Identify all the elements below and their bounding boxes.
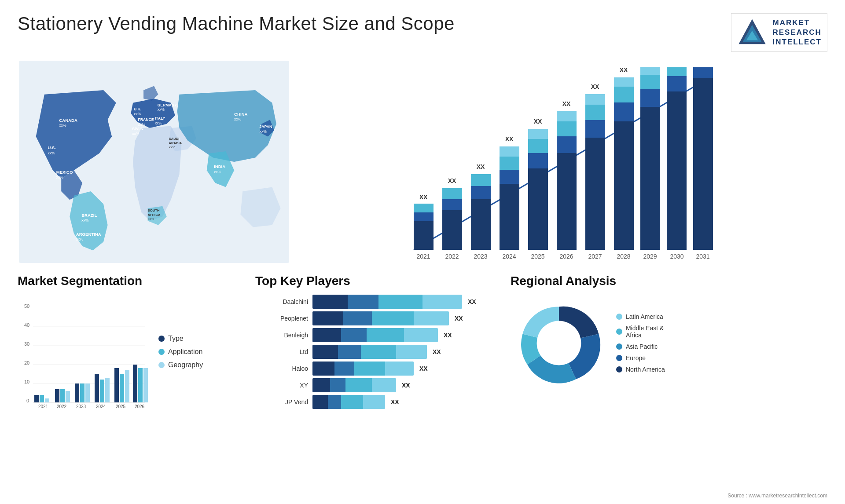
svg-text:xx%: xx% <box>59 123 66 128</box>
svg-text:SAUDI: SAUDI <box>169 137 180 141</box>
svg-text:XX: XX <box>591 83 599 90</box>
svg-text:2031: 2031 <box>696 253 709 260</box>
svg-text:2029: 2029 <box>643 253 657 260</box>
svg-rect-118 <box>80 383 84 402</box>
world-map-svg: CANADA xx% U.S. xx% MEXICO xx% BRAZIL xx… <box>18 61 290 263</box>
svg-rect-129 <box>133 365 137 402</box>
logo-text: MARKET RESEARCH INTELLECT <box>773 18 822 47</box>
legend-europe: Europe <box>616 354 665 362</box>
svg-text:INDIA: INDIA <box>214 164 225 169</box>
segmentation-section: Market Segmentation 0 10 20 30 40 50 <box>18 274 246 409</box>
svg-rect-114 <box>60 389 65 402</box>
list-item: Daalchini XX <box>255 295 502 309</box>
svg-text:xx%: xx% <box>214 170 221 174</box>
legend-asia-pacific: Asia Pacific <box>616 343 665 350</box>
svg-text:ARABIA: ARABIA <box>169 141 182 145</box>
svg-text:2025: 2025 <box>116 404 126 409</box>
svg-rect-121 <box>95 374 99 402</box>
svg-text:2022: 2022 <box>445 253 459 260</box>
logo-icon <box>737 17 768 48</box>
svg-rect-130 <box>138 368 143 402</box>
list-item: XY XX <box>255 378 502 392</box>
svg-text:2027: 2027 <box>588 253 602 260</box>
svg-text:2024: 2024 <box>502 253 516 260</box>
svg-text:xx%: xx% <box>134 112 141 116</box>
svg-text:CANADA: CANADA <box>59 118 77 123</box>
svg-text:2025: 2025 <box>531 253 544 260</box>
legend-type: Type <box>158 335 203 343</box>
main-grid: CANADA xx% U.S. xx% MEXICO xx% BRAZIL xx… <box>18 61 827 409</box>
svg-rect-38 <box>414 221 434 250</box>
svg-rect-72 <box>585 120 605 138</box>
svg-text:xx%: xx% <box>260 129 267 134</box>
svg-point-133 <box>537 321 581 365</box>
svg-rect-71 <box>585 138 605 250</box>
list-item: Peoplenet XX <box>255 311 502 325</box>
svg-text:ARGENTINA: ARGENTINA <box>76 232 101 237</box>
svg-rect-89 <box>667 91 687 250</box>
svg-text:xx%: xx% <box>234 117 242 121</box>
seg-chart-wrapper: 0 10 20 30 40 50 <box>18 295 246 409</box>
svg-rect-55 <box>500 157 519 170</box>
svg-text:XX: XX <box>562 100 571 107</box>
svg-rect-115 <box>66 391 70 402</box>
legend-latin-america: Latin America <box>616 313 665 320</box>
list-item: Benleigh XX <box>255 328 502 342</box>
svg-rect-49 <box>471 186 491 199</box>
list-item: Ltd XX <box>255 345 502 359</box>
svg-text:XX: XX <box>448 177 456 184</box>
svg-rect-95 <box>693 67 713 78</box>
svg-text:50: 50 <box>24 303 29 309</box>
regional-title: Regional Analysis <box>511 274 827 288</box>
seg-legend: Type Application Geography <box>158 295 203 409</box>
svg-text:2023: 2023 <box>474 253 487 260</box>
svg-rect-62 <box>528 129 548 139</box>
svg-rect-65 <box>557 153 577 250</box>
svg-text:20: 20 <box>24 360 29 365</box>
legend-middle-east: Middle East &Africa <box>616 325 665 339</box>
svg-rect-86 <box>640 67 660 75</box>
players-list: Daalchini XX Peoplenet <box>255 295 502 409</box>
svg-text:xx%: xx% <box>48 151 55 155</box>
svg-rect-94 <box>693 78 713 250</box>
svg-rect-77 <box>614 121 634 250</box>
svg-text:0: 0 <box>26 398 29 403</box>
svg-rect-78 <box>614 102 634 121</box>
svg-text:10: 10 <box>24 379 29 384</box>
segmentation-chart-svg: 0 10 20 30 40 50 <box>18 295 150 409</box>
legend-type-dot <box>158 336 165 342</box>
bar-chart-section: XX 2021 XX 2022 XX 2023 XX <box>295 61 827 267</box>
bottom-grid: Market Segmentation 0 10 20 30 40 50 <box>18 274 827 409</box>
regional-section: Regional Analysis <box>511 274 827 409</box>
header: Stationery Vending Machine Market Size a… <box>18 13 827 52</box>
svg-text:40: 40 <box>24 322 29 328</box>
svg-rect-109 <box>34 395 39 402</box>
list-item: Haloo XX <box>255 362 502 376</box>
svg-text:2030: 2030 <box>670 253 683 260</box>
svg-text:MEXICO: MEXICO <box>56 170 73 175</box>
svg-text:2026: 2026 <box>135 404 145 409</box>
svg-text:2022: 2022 <box>57 404 67 409</box>
svg-rect-66 <box>557 136 577 153</box>
svg-text:xx%: xx% <box>132 131 140 136</box>
legend-geography: Geography <box>158 361 203 369</box>
svg-rect-56 <box>500 146 519 157</box>
svg-rect-50 <box>471 174 491 186</box>
svg-rect-60 <box>528 153 548 168</box>
svg-rect-131 <box>143 368 148 402</box>
svg-text:SOUTH: SOUTH <box>148 208 160 212</box>
svg-text:xx%: xx% <box>76 237 84 241</box>
svg-rect-84 <box>640 89 660 107</box>
legend-application-dot <box>158 349 165 355</box>
svg-rect-53 <box>500 184 519 250</box>
svg-rect-113 <box>55 389 59 402</box>
svg-text:2021: 2021 <box>38 404 48 409</box>
svg-text:30: 30 <box>24 341 29 347</box>
source-text: Source : www.marketresearchintellect.com <box>727 493 827 499</box>
svg-rect-74 <box>585 94 605 105</box>
svg-rect-44 <box>442 199 462 210</box>
svg-text:JAPAN: JAPAN <box>260 124 272 129</box>
svg-text:U.K.: U.K. <box>134 107 141 111</box>
svg-text:XX: XX <box>477 163 485 170</box>
svg-rect-117 <box>75 383 79 402</box>
